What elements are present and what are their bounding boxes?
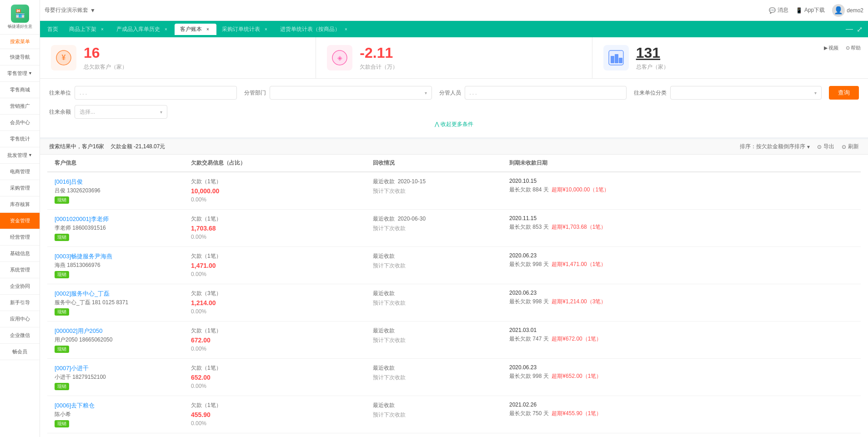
- customer-name-4[interactable]: [000002]用户2050: [55, 327, 191, 335]
- customer-name-5[interactable]: [0007]小进干: [55, 364, 191, 372]
- sidebar-item-quick-nav[interactable]: 快捷导航: [0, 49, 40, 65]
- customer-name-0[interactable]: [0016]吕俊: [55, 178, 191, 186]
- tab-close-purchase-stats[interactable]: ×: [343, 26, 349, 32]
- debt-ratio-4: 0.00%: [191, 346, 373, 352]
- sidebar-item-ecommerce[interactable]: 电商管理: [0, 164, 40, 180]
- filter-input-person[interactable]: ...: [465, 86, 627, 100]
- sidebar: 🏪 畅捷通好生意 搜索菜单 快捷导航零售管理▼零售商城营销推广会员中心零售统计批…: [0, 0, 40, 437]
- debt-amount-3: 1,214.00: [191, 299, 373, 306]
- query-button[interactable]: 查询: [829, 86, 859, 100]
- sidebar-item-app-center[interactable]: 应用中心: [0, 311, 40, 327]
- stat-label-2: 总客户（家）: [636, 63, 857, 71]
- result-text: 搜索结果中，客户16家: [49, 143, 104, 150]
- sidebar-item-retail-stats[interactable]: 零售统计: [0, 131, 40, 147]
- sidebar-item-vip[interactable]: 畅会员: [0, 344, 40, 360]
- tab-close-product-shelf[interactable]: ×: [99, 26, 105, 32]
- collection-next-5: 预计下次收款: [373, 374, 509, 382]
- filter-select-dept[interactable]: ▾: [270, 86, 432, 100]
- sidebar-item-enterprise[interactable]: 企业协同: [0, 278, 40, 295]
- tab-home[interactable]: 首页: [42, 24, 64, 35]
- help-btn[interactable]: ⊙ 帮助: [846, 45, 861, 51]
- sidebar-item-enterprise-wechat[interactable]: 企业微信: [0, 327, 40, 344]
- sidebar-search-label[interactable]: 搜索菜单: [3, 38, 37, 45]
- username: demo2: [847, 7, 863, 14]
- overdue-amount-6[interactable]: 超期¥455.90（1笔）: [552, 410, 602, 417]
- tab-close-customer-account[interactable]: ×: [205, 26, 211, 32]
- tab-collapse-btn[interactable]: —: [846, 25, 853, 34]
- sidebar-item-batch-mgmt[interactable]: 批发管理▼: [0, 147, 40, 164]
- sort-selector[interactable]: 排序：按欠款金额倒序排序 ▾: [740, 143, 810, 151]
- collection-latest-3: 最近收款: [373, 290, 509, 297]
- industry-selector[interactable]: 母婴行业演示账套 ▼: [45, 6, 95, 14]
- refresh-btn[interactable]: ⊙ 刷新: [842, 143, 859, 151]
- customer-name-2[interactable]: [0003]畅捷服务尹海燕: [55, 252, 191, 261]
- collapse-label: 收起更多条件: [441, 121, 473, 127]
- sidebar-item-purchase-mgmt[interactable]: 采购管理: [0, 180, 40, 196]
- sidebar-item-ops-mgmt[interactable]: 经营管理: [0, 229, 40, 246]
- debt-count-0: 欠款（1笔）: [191, 178, 373, 186]
- logo-area: 🏪 畅捷通好生意: [0, 0, 40, 35]
- debt-count-4: 欠款（1笔）: [191, 327, 373, 335]
- customer-phone-5: 小进干 18279152100: [55, 373, 191, 381]
- industry-name: 母婴行业演示账套: [45, 6, 88, 14]
- sidebar-item-label-basic-info: 基础信息: [10, 251, 30, 256]
- filter-input-source-unit-dots: ...: [80, 90, 88, 96]
- customer-cell-4: [000002]用户2050 用户2050 18665062050 现销: [55, 327, 191, 353]
- overdue-date-6: 2021.02.26: [509, 402, 853, 408]
- app-download-btn[interactable]: 📱 App下载: [796, 6, 825, 14]
- filter-collapse-btn[interactable]: ⋀ 收起更多条件: [49, 119, 859, 130]
- customer-phone-0: 吕俊 13026203696: [55, 187, 191, 195]
- overdue-amount-1[interactable]: 超期¥1,703.68（1笔）: [552, 224, 606, 230]
- sidebar-item-inventory[interactable]: 库存核算: [0, 196, 40, 213]
- overdue-amount-3[interactable]: 超期¥1,214.00（3笔）: [552, 298, 606, 305]
- unit-class-dropdown-icon: ▾: [814, 90, 817, 95]
- overdue-cell-0: 2020.10.15 最长欠款 884 天 超期¥10,000.00（1笔）: [509, 178, 853, 194]
- tab-product-shelf[interactable]: 商品上下架×: [64, 24, 111, 35]
- sidebar-item-marketing[interactable]: 营销推广: [0, 98, 40, 115]
- tab-customer-account[interactable]: 客户账本×: [175, 24, 216, 35]
- overdue-days-0: 最长欠款 884 天 超期¥10,000.00（1笔）: [509, 186, 853, 194]
- debt-ratio-3: 0.00%: [191, 308, 373, 315]
- sidebar-item-basic-info[interactable]: 基础信息: [0, 246, 40, 262]
- filter-label-person: 分管人员: [439, 89, 461, 97]
- customer-name-1[interactable]: [0001020001]李老师: [55, 215, 191, 223]
- filter-select-balance[interactable]: 选择... ▾: [75, 105, 167, 119]
- table-row: [0002]服务中心_丁磊 服务中心_丁磊 181 0125 8371 现销 欠…: [47, 284, 861, 321]
- filter-select-unit-class[interactable]: ▾: [670, 86, 822, 100]
- overdue-amount-2[interactable]: 超期¥1,471.00（1笔）: [552, 261, 606, 267]
- sidebar-item-new-guide[interactable]: 新手引导: [0, 295, 40, 311]
- sidebar-item-system-mgmt[interactable]: 系统管理: [0, 262, 40, 278]
- result-amount: 欠款金额 -21,148.07元: [110, 143, 166, 150]
- video-btn[interactable]: ▶ 视频: [824, 45, 838, 51]
- sidebar-item-label-app-center: 应用中心: [10, 316, 30, 321]
- message-btn[interactable]: 💬 消息: [769, 6, 788, 14]
- overdue-amount-5[interactable]: 超期¥652.00（1笔）: [552, 373, 602, 379]
- overdue-amount-4[interactable]: 超期¥672.00（1笔）: [552, 336, 602, 342]
- sidebar-item-retail-mall[interactable]: 零售商城: [0, 82, 40, 98]
- tab-purchase-order[interactable]: 采购订单统计表×: [216, 24, 275, 35]
- sidebar-item-label-retail-mgmt: 零售管理: [7, 70, 27, 77]
- tab-close-purchase-order[interactable]: ×: [263, 26, 269, 32]
- message-icon: 💬: [769, 7, 776, 14]
- sidebar-item-retail-mgmt[interactable]: 零售管理▼: [0, 65, 40, 82]
- sidebar-item-label-ecommerce: 电商管理: [10, 169, 30, 174]
- customer-cell-1: [0001020001]李老师 李老师 18600391516 现销: [55, 215, 191, 241]
- overdue-amount-0[interactable]: 超期¥10,000.00（1笔）: [552, 186, 609, 193]
- sidebar-item-member-center[interactable]: 会员中心: [0, 115, 40, 131]
- filter-input-source-unit[interactable]: ...: [75, 86, 237, 100]
- customer-name-6[interactable]: [0006]去下粮仓: [55, 402, 191, 410]
- customer-name-3[interactable]: [0002]服务中心_丁磊: [55, 290, 191, 298]
- tab-expand-btn[interactable]: ⤢: [857, 25, 863, 34]
- customer-tag-4: 现销: [55, 346, 69, 353]
- export-btn[interactable]: ⊙ 导出: [817, 143, 834, 151]
- col-header-customer: 客户信息: [55, 159, 191, 167]
- user-profile[interactable]: 👤 demo2: [832, 4, 863, 17]
- tab-close-produce-history[interactable]: ×: [163, 26, 169, 32]
- overdue-days-4: 最长欠款 747 天 超期¥672.00（1笔）: [509, 335, 853, 343]
- tab-produce-history[interactable]: 产成品入库单历史×: [111, 24, 175, 35]
- sidebar-search-area[interactable]: 搜索菜单: [0, 35, 40, 49]
- sidebar-item-finance-mgmt[interactable]: 资金管理: [0, 213, 40, 229]
- stat-value-1: -2.11: [360, 45, 581, 61]
- filter-group-person: 分管人员 ...: [439, 86, 627, 100]
- tab-purchase-stats[interactable]: 进货单统计表（按商品）×: [275, 24, 355, 35]
